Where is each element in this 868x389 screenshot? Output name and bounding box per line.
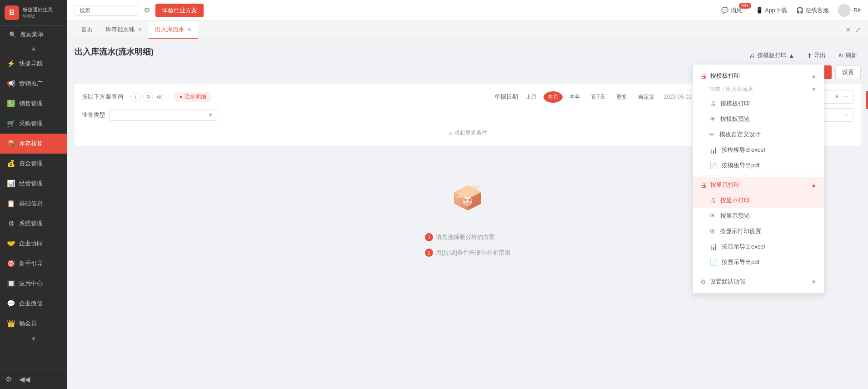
display-print-section-title[interactable]: 🖨 按显示打印 ▲ bbox=[693, 177, 824, 193]
message-btn[interactable]: 💬 消息 99+ bbox=[721, 6, 747, 15]
section-arrow-up2: ▲ bbox=[811, 182, 817, 189]
dropdown-template-export-pdf[interactable]: 📄 按模板导出pdf bbox=[693, 158, 824, 173]
dropdown-template-preview[interactable]: 👁 按模板预览 bbox=[693, 111, 824, 127]
dropdown-display-preview-label: 按显示预览 bbox=[720, 212, 750, 220]
date-btn-more[interactable]: 更多 bbox=[612, 91, 631, 103]
date-btn-custom[interactable]: 自定义 bbox=[634, 91, 658, 103]
dropdown-display-export-excel[interactable]: 📊 按显示导出excel bbox=[693, 239, 824, 254]
topbar-settings-icon[interactable]: ⚙ bbox=[144, 6, 150, 15]
export-btn[interactable]: ⬆ 导出 bbox=[803, 50, 829, 61]
sidebar-logo: B 畅捷通好生意 标准版 bbox=[0, 0, 67, 26]
warehouse-dots[interactable]: ··· bbox=[843, 111, 848, 119]
logo-icon: B bbox=[5, 5, 19, 20]
date-btn-last-month[interactable]: 上月 bbox=[522, 91, 541, 103]
online-service-label: 在线客服 bbox=[805, 6, 829, 15]
dropdown-display-settings-label: 按显示打印设置 bbox=[720, 227, 761, 235]
sidebar-scroll-up[interactable]: ▲ bbox=[0, 43, 67, 54]
sidebar-item-label: 资金管理 bbox=[19, 160, 43, 168]
sidebar-item-marketing[interactable]: 📢 营销推广 bbox=[0, 74, 67, 94]
sidebar-item-member[interactable]: 👑 畅会员 bbox=[0, 314, 67, 334]
refresh-btn[interactable]: ↻ 刷新 bbox=[835, 50, 861, 61]
sidebar-item-sales[interactable]: 💹 销售管理 bbox=[0, 94, 67, 114]
sidebar-item-enterprise[interactable]: 🤝 企业协同 bbox=[0, 234, 67, 254]
sidebar-item-inventory[interactable]: 📦 库存核算 bbox=[0, 134, 67, 154]
filter-settings-btn[interactable]: ⚙ bbox=[143, 92, 153, 102]
display-excel-icon: 📊 bbox=[709, 243, 717, 250]
topbar-right: 💬 消息 99+ 📱 App下载 🎧 在线客服 Rit bbox=[721, 4, 861, 17]
date-btn-7days[interactable]: 近7天 bbox=[587, 91, 609, 103]
user-name-label: Rit bbox=[853, 7, 861, 14]
business-type-select[interactable]: ▼ bbox=[109, 109, 218, 121]
user-avatar-area[interactable]: Rit bbox=[838, 4, 861, 17]
enterprise-icon: 🤝 bbox=[6, 239, 15, 248]
sidebar-item-label: 快捷导航 bbox=[19, 60, 43, 68]
online-service-btn[interactable]: 🎧 在线客服 bbox=[796, 6, 829, 15]
industry-btn[interactable]: 体验行业方案 bbox=[155, 4, 204, 17]
dropdown-template-print-label: 按模板打印 bbox=[720, 100, 750, 108]
filter-add-btn[interactable]: + bbox=[130, 92, 140, 102]
download-icon: 📱 bbox=[756, 7, 763, 14]
tip-1-num: 1 bbox=[425, 233, 433, 241]
type-select-arrow: ▼ bbox=[834, 94, 840, 100]
tab-flow-close[interactable]: ✕ bbox=[187, 26, 192, 33]
export-icon: ⬆ bbox=[807, 52, 812, 59]
business-type-filter: 业务类型 ▼ bbox=[82, 109, 218, 121]
sidebar-search-item[interactable]: 🔍 搜索菜单 bbox=[0, 26, 67, 43]
tab-flow[interactable]: 出入库流水 ✕ bbox=[149, 21, 198, 39]
set-default-label: 设置默认功能 bbox=[710, 278, 745, 286]
tab-close-all-icon[interactable]: ✕ bbox=[845, 25, 851, 34]
tab-batch-account[interactable]: 库存批次账 ✕ bbox=[99, 21, 149, 39]
sidebar-scroll-down[interactable]: ▼ bbox=[0, 334, 67, 344]
message-count-badge: 99+ bbox=[739, 3, 751, 9]
topbar-search-input[interactable] bbox=[75, 5, 138, 16]
print-template-label: 按模板打印 bbox=[757, 51, 787, 60]
tab-batch-account-close[interactable]: ✕ bbox=[138, 26, 142, 33]
sidebar-item-label: 畅会员 bbox=[19, 319, 37, 328]
collapse-sidebar-icon[interactable]: ◀◀ bbox=[19, 375, 30, 384]
tab-home[interactable]: 首页 bbox=[75, 21, 99, 39]
date-btn-this-year[interactable]: 本年 bbox=[565, 91, 584, 103]
settings-icon[interactable]: ⚙ bbox=[5, 375, 12, 384]
date-btn-this-month[interactable]: 本月 bbox=[544, 91, 563, 103]
sidebar-item-app-center[interactable]: 🔲 应用中心 bbox=[0, 274, 67, 294]
dropdown-template-print[interactable]: 🖨 按模板打印 bbox=[693, 96, 824, 111]
sidebar-item-wechat[interactable]: 💬 企业微信 bbox=[0, 294, 67, 314]
svg-point-5 bbox=[464, 199, 466, 201]
sidebar-item-operations[interactable]: 📊 经营管理 bbox=[0, 174, 67, 194]
filter-collapse-btn[interactable]: ≪ bbox=[156, 93, 163, 100]
tag-icon: ● bbox=[180, 94, 183, 100]
dropdown-template-export-excel[interactable]: 📊 按模板导出excel bbox=[693, 142, 824, 158]
dropdown-template-custom[interactable]: ✏ 模板自定义设计 bbox=[693, 127, 824, 142]
chevron-up-icon2: ∧ bbox=[449, 130, 453, 136]
topbar-search[interactable] bbox=[75, 5, 138, 16]
sidebar-item-basic-info[interactable]: 📋 基础信息 bbox=[0, 194, 67, 214]
template-print-section-title[interactable]: 🖨 按模板打印 ▲ bbox=[693, 68, 824, 84]
dropdown-display-preview[interactable]: 👁 按显示预览 bbox=[693, 208, 824, 224]
purchase-icon: 🛒 bbox=[6, 119, 15, 128]
dropdown-display-export-pdf[interactable]: 📄 按显示导出pdf bbox=[693, 254, 824, 270]
app-download-btn[interactable]: 📱 App下载 bbox=[756, 6, 787, 15]
dropdown-display-print-settings[interactable]: ⚙ 按显示打印设置 bbox=[693, 224, 824, 239]
display-pdf-icon: 📄 bbox=[709, 259, 717, 266]
sidebar-item-system[interactable]: ⚙ 系统管理 bbox=[0, 214, 67, 234]
quick-nav-icon: ⚡ bbox=[6, 59, 15, 68]
tab-expand-icon[interactable]: ⤢ bbox=[855, 25, 861, 34]
main-content: ⚙ 体验行业方案 💬 消息 99+ 📱 App下载 🎧 在线客服 bbox=[67, 0, 868, 389]
type-select-dots[interactable]: ··· bbox=[843, 93, 848, 101]
sidebar-item-label: 基础信息 bbox=[19, 199, 43, 208]
filter-tag-liushui[interactable]: ● 流水明细 bbox=[175, 92, 211, 102]
dropdown-display-print[interactable]: 🖨 按显示打印 bbox=[693, 193, 824, 208]
sidebar-item-label: 库存核算 bbox=[19, 140, 43, 148]
sidebar-item-finance[interactable]: 💰 资金管理 bbox=[0, 154, 67, 174]
settings-button[interactable]: 设置 bbox=[835, 65, 861, 79]
sidebar: B 畅捷通好生意 标准版 🔍 搜索菜单 ▲ ⚡ 快捷导航 📢 营销推广 💹 bbox=[0, 0, 67, 389]
display-print-icon: 🖨 bbox=[709, 197, 716, 204]
sidebar-item-guide[interactable]: 🎯 新手引导 bbox=[0, 254, 67, 274]
sidebar-item-purchase[interactable]: 🛒 采购管理 bbox=[0, 114, 67, 134]
set-default-section[interactable]: ⚙ 设置默认功能 ▼ bbox=[693, 274, 824, 289]
guide-icon: 🎯 bbox=[6, 259, 15, 268]
sidebar-item-quick-nav[interactable]: ⚡ 快捷导航 bbox=[0, 54, 67, 74]
dropdown-divider-2 bbox=[693, 272, 824, 272]
print-template-btn[interactable]: 🖨 按模板打印 ▲ bbox=[746, 50, 798, 61]
message-icon: 💬 bbox=[721, 7, 728, 14]
